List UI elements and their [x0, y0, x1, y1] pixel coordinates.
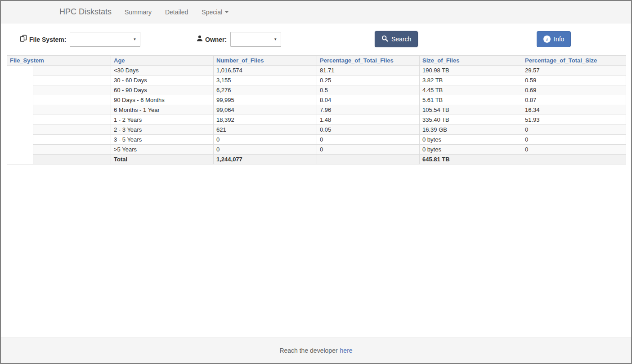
table-row: 3 - 5 Years 0 0 0 bytes 0 — [7, 135, 626, 145]
cell-size-of-files: 16.39 GB — [420, 125, 522, 135]
nav-item-detailed[interactable]: Detailed — [158, 1, 195, 23]
nav-item-special-label: Special — [202, 9, 222, 16]
user-icon — [197, 35, 203, 44]
search-icon — [381, 35, 388, 43]
cell-file-system — [33, 75, 111, 85]
cell-age: 90 Days - 6 Months — [111, 95, 214, 105]
cell-total-percentage-of-total-size — [522, 155, 626, 164]
info-icon: i — [543, 36, 551, 43]
cell-file-system — [33, 125, 111, 135]
cell-percentage-of-total-files: 0 — [317, 145, 420, 155]
cell-number-of-files: 6,276 — [214, 85, 317, 95]
cell-file-system — [33, 105, 111, 115]
column-header-number-of-files[interactable]: Number_of_Files — [214, 56, 317, 66]
cell-percentage-of-total-files: 8.04 — [317, 95, 420, 105]
cell-percentage-of-total-size: 51.93 — [522, 115, 626, 125]
cell-file-system — [33, 145, 111, 155]
cell-file-system — [33, 85, 111, 95]
table-row: <30 Days 1,016,574 81.71 190.98 TB 29.57 — [7, 66, 626, 75]
column-header-age[interactable]: Age — [111, 56, 214, 66]
cell-size-of-files: 4.45 TB — [420, 85, 522, 95]
cell-percentage-of-total-size: 29.57 — [522, 66, 626, 75]
cell-number-of-files: 0 — [214, 135, 317, 145]
cell-size-of-files: 5.61 TB — [420, 95, 522, 105]
cell-percentage-of-total-files: 1.48 — [317, 115, 420, 125]
cell-total-percentage-of-total-files — [317, 155, 420, 164]
cell-file-system — [33, 135, 111, 145]
cell-size-of-files: 105.54 TB — [420, 105, 522, 115]
cell-number-of-files: 99,995 — [214, 95, 317, 105]
cell-size-of-files: 335.40 TB — [420, 115, 522, 125]
cell-total-number-of-files: 1,244,077 — [214, 155, 317, 164]
cell-age: 2 - 3 Years — [111, 125, 214, 135]
table-row: 30 - 60 Days 3,155 0.25 3.82 TB 0.59 — [7, 75, 626, 85]
cell-age: 60 - 90 Days — [111, 85, 214, 95]
cell-size-of-files: 0 bytes — [420, 135, 522, 145]
cell-percentage-of-total-size: 0.87 — [522, 95, 626, 105]
cell-size-of-files: 190.98 TB — [420, 66, 522, 75]
cell-percentage-of-total-size: 0.69 — [522, 85, 626, 95]
filter-bar: File System: ▼ Owner: ▼ — [1, 23, 631, 55]
nav-item-special[interactable]: Special — [195, 1, 235, 23]
footer: Reach the developer here — [1, 337, 631, 363]
cell-percentage-of-total-size: 0 — [522, 145, 626, 155]
table-row: 2 - 3 Years 621 0.05 16.39 GB 0 — [7, 125, 626, 135]
table-body: <30 Days 1,016,574 81.71 190.98 TB 29.57… — [7, 66, 626, 164]
cell-file-system — [33, 155, 111, 164]
cell-percentage-of-total-size: 0 — [522, 135, 626, 145]
table-header: File_System Age Number_of_Files Percenta… — [7, 56, 626, 66]
cell-percentage-of-total-files: 7.96 — [317, 105, 420, 115]
table-row: 90 Days - 6 Months 99,995 8.04 5.61 TB 0… — [7, 95, 626, 105]
file-system-group-cell — [7, 66, 33, 164]
cell-file-system — [33, 66, 111, 75]
table-row: >5 Years 0 0 0 bytes 0 — [7, 145, 626, 155]
cell-total-size-of-files: 645.81 TB — [420, 155, 522, 164]
cell-number-of-files: 0 — [214, 145, 317, 155]
cell-percentage-of-total-files: 0.5 — [317, 85, 420, 95]
info-button[interactable]: i Info — [537, 31, 571, 47]
cell-total-label: Total — [111, 155, 214, 164]
cell-percentage-of-total-files: 81.71 — [317, 66, 420, 75]
table-total-row: Total 1,244,077 645.81 TB — [7, 155, 626, 164]
file-system-select-wrap: ▼ — [70, 32, 140, 47]
file-system-select[interactable] — [70, 32, 140, 47]
file-system-filter: File System: ▼ — [20, 32, 140, 47]
cell-percentage-of-total-files: 0 — [317, 135, 420, 145]
owner-filter: Owner: ▼ — [197, 32, 281, 47]
cell-size-of-files: 3.82 TB — [420, 75, 522, 85]
owner-select[interactable] — [230, 32, 281, 47]
developer-link[interactable]: here — [340, 347, 353, 354]
cell-number-of-files: 18,392 — [214, 115, 317, 125]
app-brand[interactable]: HPC Diskstats — [59, 7, 112, 17]
cell-age: 1 - 2 Years — [111, 115, 214, 125]
nav-item-summary[interactable]: Summary — [118, 1, 158, 23]
cell-file-system — [33, 95, 111, 105]
owner-label: Owner: — [205, 36, 227, 43]
column-header-file-system[interactable]: File_System — [7, 56, 111, 66]
cell-number-of-files: 1,016,574 — [214, 66, 317, 75]
search-button[interactable]: Search — [375, 31, 418, 47]
cell-size-of-files: 0 bytes — [420, 145, 522, 155]
cell-percentage-of-total-size: 0 — [522, 125, 626, 135]
column-header-percentage-of-total-files[interactable]: Percentage_of_Total_Files — [317, 56, 420, 66]
file-system-label: File System: — [29, 36, 66, 43]
cell-number-of-files: 3,155 — [214, 75, 317, 85]
cell-age: <30 Days — [111, 66, 214, 75]
column-header-size-of-files[interactable]: Size_of_Files — [420, 56, 522, 66]
table-row: 6 Months - 1 Year 99,064 7.96 105.54 TB … — [7, 105, 626, 115]
cell-age: 3 - 5 Years — [111, 135, 214, 145]
caret-down-icon — [225, 11, 229, 13]
cell-number-of-files: 99,064 — [214, 105, 317, 115]
cell-percentage-of-total-files: 0.05 — [317, 125, 420, 135]
cell-age: 30 - 60 Days — [111, 75, 214, 85]
duplicate-icon — [20, 35, 27, 44]
cell-age: 6 Months - 1 Year — [111, 105, 214, 115]
diskstats-table: File_System Age Number_of_Files Percenta… — [7, 55, 626, 164]
nav-links: Summary Detailed Special — [118, 1, 235, 23]
column-header-percentage-of-total-size[interactable]: Percentage_of_Total_Size — [522, 56, 626, 66]
cell-percentage-of-total-size: 0.59 — [522, 75, 626, 85]
cell-file-system — [33, 115, 111, 125]
cell-percentage-of-total-size: 16.34 — [522, 105, 626, 115]
table-row: 60 - 90 Days 6,276 0.5 4.45 TB 0.69 — [7, 85, 626, 95]
navbar: HPC Diskstats Summary Detailed Special — [1, 1, 631, 23]
